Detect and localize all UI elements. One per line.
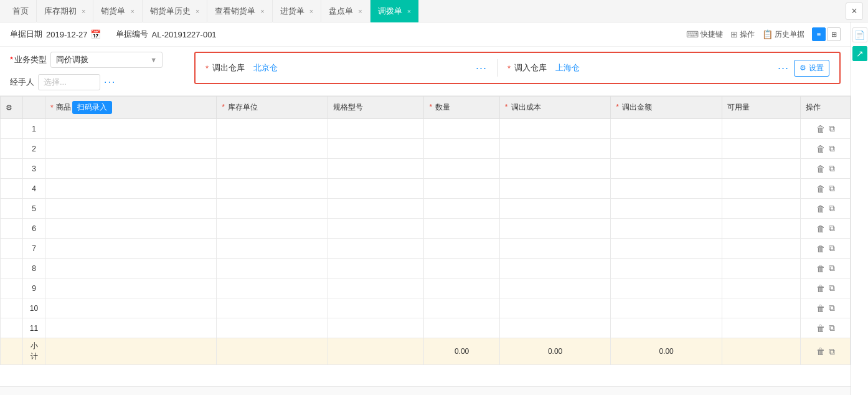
row-unit-cell[interactable]: [217, 278, 328, 298]
row-cost-cell[interactable]: [499, 159, 611, 179]
doc-date-input[interactable]: 2019-12-27 📅: [46, 29, 101, 39]
row-qty-cell[interactable]: [424, 139, 499, 159]
window-close-button[interactable]: ×: [846, 2, 863, 20]
row-amount-cell[interactable]: [611, 139, 722, 159]
row-available-cell[interactable]: [722, 119, 800, 139]
row-qty-cell[interactable]: [424, 318, 499, 338]
row-available-cell[interactable]: [722, 199, 800, 219]
row-amount-cell[interactable]: [611, 119, 722, 139]
row-product-cell[interactable]: [45, 219, 217, 239]
row-cost-cell[interactable]: [499, 259, 611, 278]
row-available-cell[interactable]: [722, 278, 800, 298]
row-cost-cell[interactable]: [499, 239, 611, 259]
row-spec-cell[interactable]: [328, 119, 424, 139]
row-amount-cell[interactable]: [611, 278, 722, 298]
row-unit-cell[interactable]: [217, 139, 328, 159]
row-spec-cell[interactable]: [328, 179, 424, 199]
calendar-icon[interactable]: 📅: [90, 29, 101, 39]
row-amount-cell[interactable]: [611, 219, 722, 239]
row-spec-cell[interactable]: [328, 199, 424, 219]
row-unit-cell[interactable]: [217, 179, 328, 199]
row-spec-cell[interactable]: [328, 318, 424, 338]
row-product-cell[interactable]: [45, 139, 217, 159]
row-amount-cell[interactable]: [611, 239, 722, 259]
row-unit-cell[interactable]: [217, 239, 328, 259]
row-cost-cell[interactable]: [499, 199, 611, 219]
row-cost-cell[interactable]: [499, 179, 611, 199]
row-qty-cell[interactable]: [424, 199, 499, 219]
sidebar-export-button[interactable]: ↗: [852, 46, 867, 61]
row-qty-cell[interactable]: [424, 239, 499, 259]
out-warehouse-more-button[interactable]: ···: [476, 62, 487, 75]
copy-row-icon[interactable]: ⧉: [829, 123, 835, 134]
settings-button[interactable]: ⚙ 设置: [794, 60, 829, 77]
row-product-cell[interactable]: [45, 119, 217, 139]
row-cost-cell[interactable]: [499, 119, 611, 139]
row-unit-cell[interactable]: [217, 259, 328, 278]
copy-row-icon[interactable]: ⧉: [829, 243, 835, 254]
tab-sales-order-close[interactable]: ×: [130, 7, 134, 15]
tab-purchase-order-close[interactable]: ×: [309, 7, 313, 15]
layout-grid-button[interactable]: ⊞: [827, 27, 841, 41]
row-product-cell[interactable]: [45, 259, 217, 278]
tab-sales-order[interactable]: 销货单 ×: [93, 0, 142, 22]
row-spec-cell[interactable]: [328, 298, 424, 318]
row-amount-cell[interactable]: [611, 199, 722, 219]
row-unit-cell[interactable]: [217, 119, 328, 139]
business-type-select[interactable]: 同价调拨 ▼: [50, 52, 163, 68]
copy-row-icon[interactable]: ⧉: [829, 263, 835, 274]
row-qty-cell[interactable]: [424, 298, 499, 318]
copy-row-icon[interactable]: ⧉: [829, 183, 835, 194]
delete-row-icon[interactable]: 🗑: [816, 124, 825, 134]
row-unit-cell[interactable]: [217, 318, 328, 338]
copy-row-icon[interactable]: ⧉: [829, 283, 835, 293]
row-amount-cell[interactable]: [611, 159, 722, 179]
handler-more-button[interactable]: ···: [104, 77, 116, 88]
out-warehouse-value[interactable]: 北京仓: [253, 62, 278, 74]
in-warehouse-value[interactable]: 上海仓: [555, 62, 580, 74]
row-unit-cell[interactable]: [217, 199, 328, 219]
row-qty-cell[interactable]: [424, 219, 499, 239]
row-available-cell[interactable]: [722, 318, 800, 338]
tab-view-sales-close[interactable]: ×: [260, 7, 264, 15]
row-qty-cell[interactable]: [424, 119, 499, 139]
tab-transfer-order-close[interactable]: ×: [407, 7, 411, 15]
delete-row-icon[interactable]: 🗑: [816, 144, 825, 154]
shortcut-button[interactable]: ⌨ 快捷键: [686, 29, 723, 40]
tab-transfer-order[interactable]: 调拨单 ×: [370, 0, 419, 22]
scan-button[interactable]: 扫码录入: [72, 101, 112, 114]
delete-row-icon[interactable]: 🗑: [816, 164, 825, 174]
delete-row-icon[interactable]: 🗑: [816, 244, 825, 254]
row-product-cell[interactable]: [45, 318, 217, 338]
tab-inventory-check[interactable]: 盘点单 ×: [321, 0, 370, 22]
tab-view-sales[interactable]: 查看销货单 ×: [207, 0, 272, 22]
tab-purchase-order[interactable]: 进货单 ×: [273, 0, 321, 22]
tab-home[interactable]: 首页: [5, 0, 37, 22]
row-available-cell[interactable]: [722, 139, 800, 159]
copy-row-icon[interactable]: ⧉: [829, 323, 835, 333]
row-spec-cell[interactable]: [328, 159, 424, 179]
row-qty-cell[interactable]: [424, 159, 499, 179]
tab-sales-history[interactable]: 销货单历史 ×: [143, 0, 207, 22]
copy-row-icon[interactable]: ⧉: [829, 223, 835, 234]
row-amount-cell[interactable]: [611, 318, 722, 338]
row-cost-cell[interactable]: [499, 219, 611, 239]
tab-inventory-init[interactable]: 库存期初 ×: [37, 0, 93, 22]
subtotal-delete-icon[interactable]: 🗑: [816, 346, 825, 356]
row-spec-cell[interactable]: [328, 259, 424, 278]
handler-input[interactable]: 选择...: [38, 74, 100, 90]
row-qty-cell[interactable]: [424, 259, 499, 278]
copy-row-icon[interactable]: ⧉: [829, 143, 835, 154]
row-unit-cell[interactable]: [217, 298, 328, 318]
row-spec-cell[interactable]: [328, 219, 424, 239]
history-button[interactable]: 📋 历史单据: [762, 29, 804, 40]
operations-button[interactable]: ⊞ 操作: [730, 29, 755, 40]
row-cost-cell[interactable]: [499, 139, 611, 159]
tab-inventory-check-close[interactable]: ×: [358, 7, 362, 15]
row-available-cell[interactable]: [722, 159, 800, 179]
delete-row-icon[interactable]: 🗑: [816, 303, 825, 313]
delete-row-icon[interactable]: 🗑: [816, 323, 825, 333]
th-gear[interactable]: ⚙: [1, 97, 23, 119]
subtotal-copy-icon[interactable]: ⧉: [829, 346, 835, 357]
row-amount-cell[interactable]: [611, 259, 722, 278]
